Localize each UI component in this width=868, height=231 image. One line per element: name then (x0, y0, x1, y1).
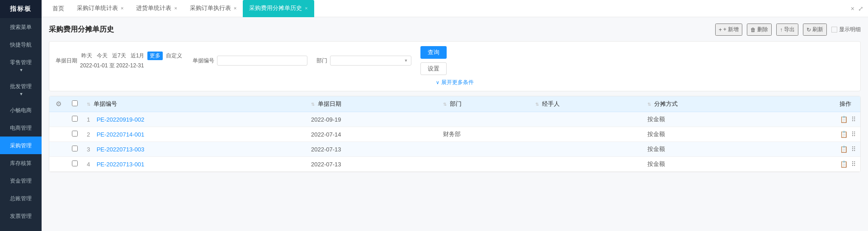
export-icon: ↑ (780, 27, 783, 33)
header-actions: + + 新增 🗑 删除 ↑ 导出 ↻ 刷新 显示明细 (715, 24, 861, 36)
sort-icon: ⇅ (535, 102, 539, 107)
data-table: ⚙ ⇅ 单据编号 ⇅ 单据日期 (49, 96, 860, 172)
delete-button[interactable]: 🗑 删除 (747, 24, 772, 36)
close-all-tabs-icon[interactable]: × (851, 5, 854, 12)
sidebar-item-ledger[interactable]: 总账管理 (0, 189, 42, 207)
add-icon: + (719, 27, 722, 33)
expand-more-btn[interactable]: ∨ 展开更多条件 (56, 79, 854, 86)
date-shortcut-7days[interactable]: 近7天 (111, 52, 127, 60)
tab-close-icon[interactable]: × (174, 5, 177, 11)
date-shortcut-more[interactable]: 更多 (147, 52, 163, 60)
docno-link[interactable]: PE-20220919-002 (97, 116, 145, 123)
row-settings-cell (49, 157, 67, 172)
tab-close-icon[interactable]: × (121, 5, 123, 11)
query-button[interactable]: 查询 (420, 46, 447, 59)
docno-link[interactable]: PE-20220713-001 (97, 161, 145, 168)
table-header-row: ⚙ ⇅ 单据编号 ⇅ 单据日期 (49, 96, 860, 112)
tab-home[interactable]: 首页 (46, 0, 71, 17)
date-filter-label: 单据日期 (56, 57, 77, 65)
tab-purchase-exec[interactable]: 采购订单执行表 × (184, 0, 243, 17)
sidebar-item-inventory[interactable]: 库存核算 (0, 154, 42, 172)
chevron-down-icon: ▼ (19, 92, 24, 96)
row-splitmethod-cell: 按金额 (643, 142, 775, 157)
row-splitmethod-cell: 按金额 (643, 127, 775, 142)
sidebar: 指标板 搜索菜单 快捷导航 零售管理 ▼ 批发管理 ▼ 小畅电商 电商管理 采购… (0, 0, 42, 231)
show-cols-toggle[interactable]: 显示明细 (831, 26, 861, 33)
data-table-container: ⚙ ⇅ 单据编号 ⇅ 单据日期 (49, 96, 861, 172)
row-docdate-cell: 2022-09-19 (307, 112, 439, 127)
row-edit-icon[interactable]: 📋 (840, 116, 848, 123)
export-button[interactable]: ↑ 导出 (776, 24, 798, 36)
row-detail-icon[interactable]: ⠿ (851, 116, 856, 123)
table-row: 4 PE-20220713-001 2022-07-13 按金额 📋 ⠿ (49, 157, 860, 172)
table-header-handler: ⇅ 经手人 (531, 96, 643, 112)
row-docno-cell: 1 PE-20220919-002 (82, 112, 307, 127)
date-filter-section: 昨天 今天 近7天 近1月 更多 自定义 2022-01-01 至 2022-1… (80, 52, 184, 70)
sidebar-logo: 指标板 (0, 0, 42, 18)
sidebar-item-ecommerce[interactable]: 电商管理 (0, 119, 42, 137)
dept-filter-label: 部门 (316, 57, 327, 65)
sidebar-item-ecommerce-small[interactable]: 小畅电商 (0, 101, 42, 119)
row-detail-icon[interactable]: ⠿ (851, 131, 856, 138)
row-edit-icon[interactable]: 📋 (840, 131, 848, 138)
date-shortcut-today[interactable]: 今天 (95, 52, 109, 60)
row-docno-cell: 2 PE-20220714-001 (82, 127, 307, 142)
tab-purchase-cost-history[interactable]: 采购费用分摊单历史 × (243, 0, 314, 17)
row-edit-icon[interactable]: 📋 (840, 160, 848, 168)
table-header-checkbox (67, 96, 82, 112)
tab-close-icon[interactable]: × (234, 5, 236, 11)
tab-purchase-order-stats[interactable]: 采购订单统计表 × (71, 0, 130, 17)
tab-bar: 首页 采购订单统计表 × 进货单统计表 × 采购订单执行表 × 采购费用分摊单历… (42, 0, 868, 17)
tab-goods-stats[interactable]: 进货单统计表 × (130, 0, 183, 17)
table-header-split-method: ⇅ 分摊方式 (643, 96, 775, 112)
date-shortcut-yesterday[interactable]: 昨天 (80, 52, 94, 60)
select-all-checkbox[interactable] (72, 100, 78, 106)
gear-icon[interactable]: ⚙ (56, 100, 61, 108)
chevron-down-icon: ▼ (19, 68, 24, 72)
row-settings-cell (49, 112, 67, 127)
row-checkbox[interactable] (72, 131, 78, 137)
dept-select[interactable]: 财务部 (330, 56, 411, 66)
tab-close-icon[interactable]: × (305, 5, 307, 11)
sidebar-item-purchase[interactable]: 采购管理 (0, 137, 42, 154)
docno-link[interactable]: PE-20220713-003 (97, 146, 145, 153)
add-button[interactable]: + + 新增 (715, 24, 742, 36)
main-content: 首页 采购订单统计表 × 进货单统计表 × 采购订单执行表 × 采购费用分摊单历… (42, 0, 868, 231)
page-title: 采购费用分摊单历史 (49, 25, 114, 34)
date-shortcut-1month[interactable]: 近1月 (129, 52, 146, 60)
sidebar-item-finance[interactable]: 资金管理 (0, 172, 42, 189)
filter-main-row: 单据日期 昨天 今天 近7天 近1月 更多 自定义 2022-01-01 至 2… (56, 46, 854, 75)
sidebar-item-invoice[interactable]: 发票管理 (0, 207, 42, 225)
table-header-action: 操作 (775, 96, 860, 112)
row-detail-icon[interactable]: ⠿ (851, 146, 856, 153)
docno-link[interactable]: PE-20220714-001 (97, 131, 145, 138)
sort-icon: ⇅ (443, 102, 447, 107)
row-docno-cell: 3 PE-20220713-003 (82, 142, 307, 157)
table-row: 2 PE-20220714-001 2022-07-14 财务部 按金额 📋 ⠿ (49, 127, 860, 142)
fullscreen-icon[interactable]: ⤢ (858, 5, 863, 12)
table-row: 3 PE-20220713-003 2022-07-13 按金额 📋 ⠿ (49, 142, 860, 157)
row-detail-icon[interactable]: ⠿ (851, 160, 856, 168)
show-cols-checkbox[interactable] (831, 27, 837, 33)
sidebar-item-quick-nav[interactable]: 快捷导航 (0, 36, 42, 53)
row-docno-cell: 4 PE-20220713-001 (82, 157, 307, 172)
table-header-docno: ⇅ 单据编号 (82, 96, 307, 112)
docno-filter-group: 单据编号 (193, 56, 307, 66)
row-checkbox[interactable] (72, 160, 78, 166)
sidebar-item-wholesale[interactable]: 批发管理 ▼ (0, 77, 42, 101)
sidebar-item-retail[interactable]: 零售管理 ▼ (0, 53, 42, 77)
docno-filter-input[interactable] (217, 56, 307, 66)
row-docdate-cell: 2022-07-13 (307, 142, 439, 157)
date-shortcut-custom[interactable]: 自定义 (165, 52, 184, 60)
row-edit-icon[interactable]: 📋 (840, 146, 848, 153)
settings-button[interactable]: 设置 (420, 62, 447, 75)
row-settings-cell (49, 142, 67, 157)
date-filter-group: 单据日期 昨天 今天 近7天 近1月 更多 自定义 2022-01-01 至 2… (56, 52, 184, 70)
sidebar-item-search[interactable]: 搜索菜单 (0, 18, 42, 36)
row-checkbox-cell (67, 127, 82, 142)
sort-icon: ⇅ (311, 102, 315, 107)
row-checkbox[interactable] (72, 116, 78, 122)
delete-icon: 🗑 (750, 27, 756, 33)
row-checkbox[interactable] (72, 146, 78, 151)
refresh-button[interactable]: ↻ 刷新 (803, 24, 827, 36)
